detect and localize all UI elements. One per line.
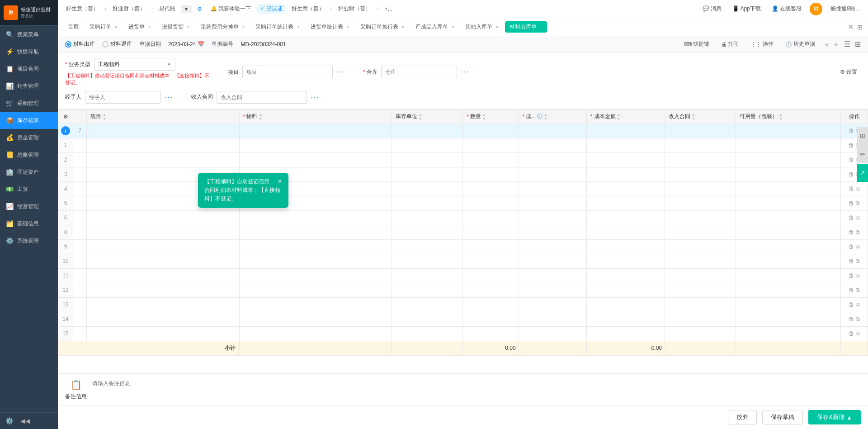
operation-btn[interactable]: ⋮⋮ 操作: [747, 39, 777, 49]
print-btn[interactable]: 🖨 打印: [717, 39, 742, 49]
nav-good-finance2[interactable]: 好业财（普）: [335, 3, 373, 14]
tab-purchase-expense[interactable]: 采购费用分摊单 ×: [196, 21, 250, 33]
tab-purchase-stats[interactable]: 采购订单统计表 ×: [251, 21, 304, 33]
close-purchase-expense[interactable]: ×: [242, 24, 245, 29]
nav-settings[interactable]: ⚙: [194, 4, 205, 14]
handler-dots-btn[interactable]: ···: [165, 93, 173, 101]
warehouse-input[interactable]: [381, 66, 457, 78]
copy-row-icon[interactable]: ⧉: [856, 200, 860, 206]
nav-more[interactable]: +...: [382, 4, 395, 14]
tab-material-outbound[interactable]: 材料出库单 ×: [505, 21, 547, 33]
sidebar-item-search[interactable]: 🔍 搜索菜单: [0, 26, 58, 43]
row-material[interactable]: [239, 124, 392, 138]
right-panel-btn-3[interactable]: ↗: [857, 164, 868, 182]
delete-row-icon[interactable]: 🗑: [849, 200, 854, 206]
delete-row-icon[interactable]: 🗑: [849, 157, 854, 163]
sidebar-item-sales[interactable]: 📊 销售管理: [0, 77, 58, 95]
username-label[interactable]: 畅捷通8账...: [828, 3, 863, 14]
project-dots-btn[interactable]: ···: [336, 68, 345, 76]
close-purchase-stats[interactable]: ×: [297, 24, 300, 29]
add-row-btn[interactable]: +: [61, 126, 70, 135]
close-finished-goods[interactable]: ×: [452, 24, 454, 29]
right-panel-btn-2[interactable]: ✏: [857, 145, 868, 163]
delete-row-icon[interactable]: 🗑: [849, 171, 854, 177]
delete-row-icon[interactable]: 🗑: [849, 229, 854, 235]
user-avatar[interactable]: 财: [810, 3, 822, 15]
close-inbound[interactable]: ×: [148, 24, 151, 29]
tab-home[interactable]: 首页: [63, 21, 83, 33]
delete-row-icon[interactable]: 🗑: [849, 258, 854, 264]
project-input[interactable]: [242, 66, 333, 78]
close-purchase-exec[interactable]: ×: [402, 24, 405, 29]
close-inbound-stats[interactable]: ×: [347, 24, 349, 29]
row-project[interactable]: [73, 138, 87, 153]
column-settings-icon[interactable]: ⚙: [63, 114, 68, 120]
nav-dropdown[interactable]: ▼: [181, 5, 192, 13]
sidebar-item-quick-nav[interactable]: ⚡ 快捷导航: [0, 43, 58, 60]
project-cell-input[interactable]: [90, 128, 236, 134]
save-new-btn[interactable]: 保存&新增 ▲: [808, 410, 861, 424]
nav-service[interactable]: 👤 在线客服: [769, 3, 804, 14]
nav-app-download[interactable]: 📱 App下载: [730, 3, 764, 14]
copy-row-icon[interactable]: ⧉: [856, 287, 860, 293]
tab-finished-goods[interactable]: 产成品入库单 ×: [411, 21, 459, 33]
close-purchase-order[interactable]: ×: [115, 24, 118, 29]
copy-row-icon[interactable]: ⧉: [856, 243, 860, 250]
sidebar-item-inventory[interactable]: 📦 库存核算: [0, 112, 58, 129]
delete-row-icon[interactable]: 🗑: [849, 186, 854, 192]
grid-view-btn[interactable]: ⊞: [857, 24, 863, 31]
settings-btn[interactable]: ⚙ 设置: [836, 58, 861, 86]
right-panel-btn-1[interactable]: ⊞: [857, 127, 868, 145]
nav-good-biz2[interactable]: 好生意（普）: [289, 3, 327, 14]
nav-agent[interactable]: 易代账: [156, 3, 178, 14]
row-material[interactable]: [87, 138, 240, 153]
copy-row-icon[interactable]: ⧉: [856, 214, 860, 221]
sidebar-item-assets[interactable]: 🏢 固定资产: [0, 163, 58, 181]
sidebar-item-finance[interactable]: 💰 资金管理: [0, 129, 58, 146]
radio-return[interactable]: 材料退库: [102, 40, 132, 48]
income-contract-dots-btn[interactable]: ···: [311, 93, 319, 101]
tab-inbound[interactable]: 进货单 ×: [124, 21, 156, 33]
close-all-btn[interactable]: ✕: [848, 23, 854, 31]
sidebar-item-project[interactable]: 📋 项目合同: [0, 60, 58, 77]
sidebar-item-purchase[interactable]: 🛒 采购管理: [0, 95, 58, 112]
tab-purchase-exec[interactable]: 采购订单执行表 ×: [356, 21, 409, 33]
th-settings[interactable]: ⚙: [58, 110, 73, 124]
collapse-icon[interactable]: ◀◀: [20, 417, 30, 424]
view-toggle-grid[interactable]: ⊞: [855, 40, 861, 48]
nav-experience[interactable]: 🔔 我要体验一下: [208, 3, 254, 14]
copy-row-icon[interactable]: ⧉: [856, 272, 860, 279]
history-btn[interactable]: 🕐 历史单据: [782, 39, 819, 49]
delete-row-icon[interactable]: 🗑: [849, 128, 854, 134]
sidebar-item-system[interactable]: ⚙️ 系统管理: [0, 232, 58, 249]
save-draft-btn[interactable]: 保存草稿: [762, 410, 803, 424]
handler-input[interactable]: [85, 91, 161, 104]
nav-good-biz[interactable]: 好生意（普）: [63, 3, 101, 14]
tooltip-close-btn[interactable]: ✕: [278, 177, 282, 186]
material-cell-input[interactable]: [242, 128, 389, 134]
delete-row-icon[interactable]: 🗑: [849, 287, 854, 293]
close-inbound-return[interactable]: ×: [187, 24, 190, 29]
note-input[interactable]: [92, 378, 861, 388]
nav-message[interactable]: 💬 消息: [700, 3, 724, 14]
tab-other-inbound[interactable]: 其他入库单 ×: [461, 21, 503, 33]
delete-row-icon[interactable]: 🗑: [849, 142, 854, 148]
sidebar-item-salary[interactable]: 💵 工资: [0, 181, 58, 198]
copy-row-icon[interactable]: ⧉: [856, 186, 860, 192]
income-contract-input[interactable]: [217, 91, 307, 104]
copy-row-icon[interactable]: ⧉: [856, 316, 860, 322]
delete-row-icon[interactable]: 🗑: [849, 330, 854, 337]
delete-row-icon[interactable]: 🗑: [849, 316, 854, 322]
radio-outbound[interactable]: 材料出库: [65, 40, 95, 48]
copy-row-icon[interactable]: ⧉: [856, 301, 860, 308]
shortcuts-btn[interactable]: ⌨ 快捷键: [680, 39, 713, 49]
delete-row-icon[interactable]: 🗑: [849, 272, 854, 279]
delete-row-icon[interactable]: 🗑: [849, 243, 854, 250]
copy-row-icon[interactable]: ⧉: [856, 330, 860, 337]
sidebar-item-ledger[interactable]: 📒 总账管理: [0, 146, 58, 163]
tab-inbound-return[interactable]: 进退货货 ×: [157, 21, 194, 33]
warehouse-dots-btn[interactable]: ···: [461, 68, 469, 76]
tab-purchase-order[interactable]: 采购订单 ×: [85, 21, 122, 33]
delete-row-icon[interactable]: 🗑: [849, 301, 854, 308]
tab-inbound-stats[interactable]: 进货单统计表 ×: [306, 21, 354, 33]
